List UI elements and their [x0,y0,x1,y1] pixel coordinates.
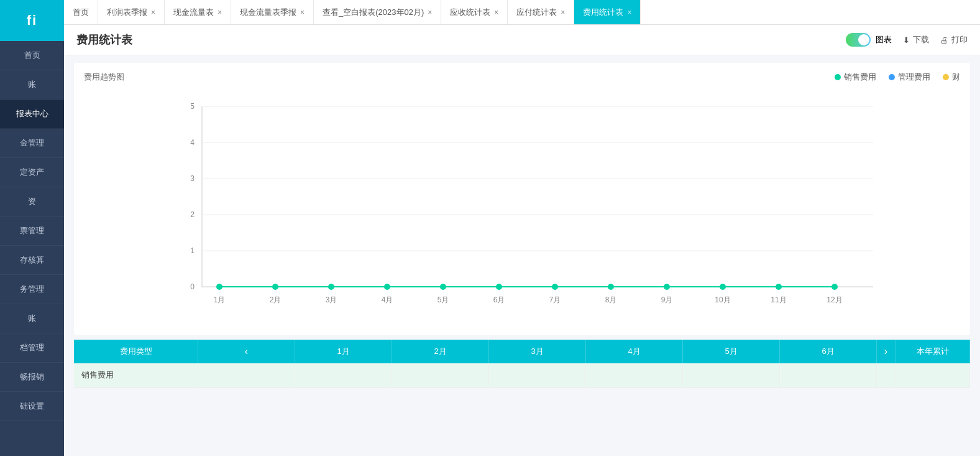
svg-text:5月: 5月 [437,295,449,304]
svg-point-34 [720,284,726,290]
td-m6 [780,363,877,387]
sidebar-item-home[interactable]: 首页 [0,41,64,70]
th-nav-next[interactable]: › [877,340,895,363]
th-month2: 2月 [392,340,489,363]
sidebar-item-archive[interactable]: 档管理 [0,333,64,363]
chart-toggle[interactable] [846,33,871,47]
tab-home[interactable]: 首页 [64,0,98,24]
sidebar-item-ledger[interactable]: 账 [0,304,64,333]
svg-point-27 [328,284,334,290]
td-empty-nav [198,363,295,387]
tab-close-1[interactable]: × [151,8,155,17]
sidebar-item-reimbursement[interactable]: 畅报销 [0,363,64,392]
sidebar-item-settings[interactable]: 础设置 [0,392,64,421]
th-month3: 3月 [489,340,586,363]
legend-dot-sales [835,74,841,80]
sidebar-item-assets[interactable]: 定资产 [0,158,64,187]
legend-dot-finance [943,74,949,80]
td-m1 [295,363,392,387]
legend-label-admin: 管理费用 [898,72,930,83]
tab-profit-quarterly[interactable]: 利润表季报 × [98,0,165,24]
legend-sales: 销售费用 [835,72,876,83]
svg-point-31 [552,284,558,290]
svg-point-33 [664,284,670,290]
sidebar-item-account[interactable]: 账 [0,70,64,100]
td-m2 [392,363,489,387]
download-icon: ⬇ [903,35,910,45]
th-month5: 5月 [683,340,780,363]
sidebar-item-inventory[interactable]: 存核算 [0,246,64,275]
legend-label-sales: 销售费用 [844,72,876,83]
download-button[interactable]: ⬇ 下载 [903,34,929,45]
sidebar-item-reports[interactable]: 报表中心 [0,100,64,129]
page-header: 费用统计表 图表 ⬇ 下载 🖨 打印 [64,25,980,55]
tab-cashflow-quarterly[interactable]: 现金流量表季报 × [231,0,314,24]
legend-label-finance: 财 [952,72,960,83]
table-area: 费用类型 ‹ 1月 2月 3月 4月 5月 6月 › 本年累计 销售费用 [74,340,970,456]
tab-close-6[interactable]: × [561,8,565,17]
th-month4: 4月 [586,340,683,363]
svg-text:11月: 11月 [771,295,786,304]
th-yearly: 本年累计 [895,340,970,363]
svg-text:4: 4 [190,138,195,147]
tab-blank-report[interactable]: 查看_空白报表(2023年02月) × [314,0,441,24]
svg-text:3月: 3月 [326,295,337,304]
print-button[interactable]: 🖨 打印 [940,34,968,45]
sidebar-item-service[interactable]: 务管理 [0,275,64,304]
svg-text:5: 5 [190,102,195,111]
header-actions: 图表 ⬇ 下载 🖨 打印 [846,33,968,47]
td-empty-nav2 [877,363,895,387]
svg-text:10月: 10月 [715,295,730,304]
legend-finance: 财 [943,72,960,83]
next-arrow-icon[interactable]: › [884,346,887,357]
trend-chart: 5 4 3 2 1 0 1月 2月 3月 4月 5月 6月 7月 8月 9月 1… [84,88,960,324]
print-label: 打印 [951,34,968,45]
table-row: 销售费用 [74,363,970,388]
tab-payables[interactable]: 应付统计表 × [508,0,574,24]
td-m4 [586,363,683,387]
svg-point-30 [496,284,502,290]
svg-text:2月: 2月 [270,295,282,304]
tab-expenses[interactable]: 费用统计表 × [574,0,641,24]
sidebar-item-invoice[interactable]: 票管理 [0,216,64,246]
svg-point-32 [608,284,614,290]
chart-area: 费用趋势图 销售费用 管理费用 财 [74,63,970,335]
svg-text:12月: 12月 [827,295,842,304]
sidebar-item-capital[interactable]: 资 [0,187,64,216]
th-month1: 1月 [295,340,392,363]
th-nav-prev[interactable]: ‹ [198,340,295,363]
sidebar: fi 首页 账 报表中心 金管理 定资产 资 票管理 存核算 务管理 账 档管理… [0,0,64,456]
svg-text:1: 1 [190,246,195,255]
table-header: 费用类型 ‹ 1月 2月 3月 4月 5月 6月 › 本年累计 [74,340,970,363]
svg-text:0: 0 [190,282,195,291]
svg-text:8月: 8月 [605,295,617,304]
tab-close-2[interactable]: × [218,8,222,17]
chart-header: 费用趋势图 销售费用 管理费用 财 [84,72,960,83]
tab-close-4[interactable]: × [428,8,432,17]
tab-close-7[interactable]: × [627,8,631,17]
sidebar-item-finance[interactable]: 金管理 [0,129,64,158]
svg-text:2: 2 [190,210,195,219]
tab-cashflow[interactable]: 现金流量表 × [165,0,231,24]
tab-close-5[interactable]: × [494,8,498,17]
legend-admin: 管理费用 [889,72,930,83]
chart-toggle-label: 图表 [876,34,892,45]
tab-close-3[interactable]: × [300,8,305,17]
svg-text:3: 3 [190,174,195,183]
svg-point-26 [272,284,278,290]
legend-dot-admin [889,74,895,80]
td-m5 [683,363,780,387]
prev-arrow-icon[interactable]: ‹ [245,346,248,357]
print-icon: 🖨 [940,35,948,45]
chart-legend: 销售费用 管理费用 财 [835,72,960,83]
svg-text:7月: 7月 [549,295,561,304]
td-type: 销售费用 [74,363,198,387]
toggle-knob [858,34,869,45]
th-month6: 6月 [780,340,877,363]
svg-point-29 [440,284,446,290]
td-yearly [895,363,970,387]
page-title: 费用统计表 [76,32,132,47]
tab-receivables[interactable]: 应收统计表 × [441,0,508,24]
svg-point-28 [384,284,390,290]
tab-bar: 首页 利润表季报 × 现金流量表 × 现金流量表季报 × 查看_空白报表(202… [64,0,980,25]
